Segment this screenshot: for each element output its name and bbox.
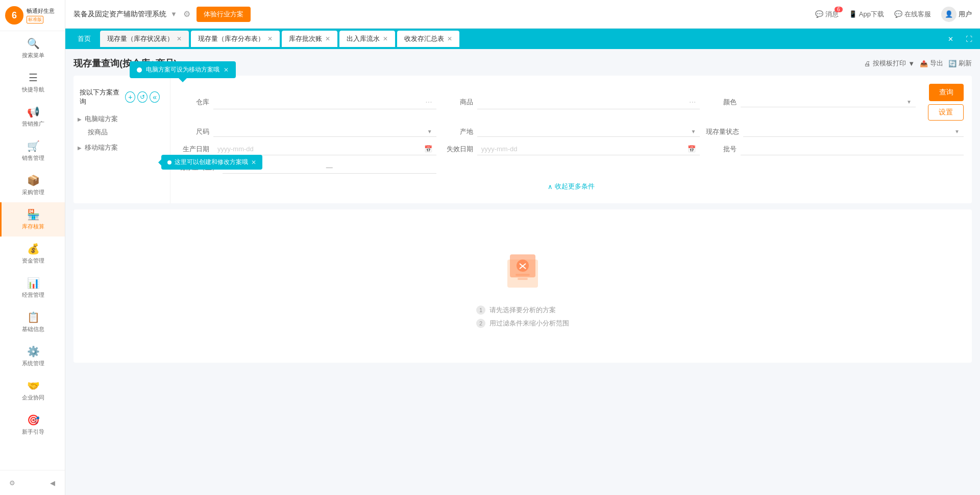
product-label: 商品 [443, 98, 473, 107]
filter-row4-col2 [443, 161, 700, 174]
filter-back-btn[interactable]: « [150, 91, 160, 103]
tab-batch-label: 库存批次账 [289, 34, 322, 43]
origin-select[interactable]: ▼ [477, 127, 700, 137]
filter-field-color: 颜色 ▼ 查询 设置 [706, 84, 964, 121]
product-select[interactable]: ··· [477, 96, 700, 109]
refresh-icon: 🔄 [948, 60, 957, 67]
scheme-group-desktop: ▶ 电脑端方案 按商品 [74, 112, 170, 139]
tab-close-summary[interactable]: ✕ [447, 35, 452, 42]
app-label: App下载 [859, 10, 884, 19]
logo-title: 畅通好生意 [27, 7, 55, 15]
tab-inventory-status[interactable]: 现存量（库存状况表） ✕ [100, 31, 189, 47]
stock-qty-to[interactable] [337, 163, 432, 171]
produce-calendar-icon[interactable]: 📅 [424, 145, 432, 153]
logo-text: 畅通好生意 标准版 [27, 7, 55, 23]
search-btn[interactable]: 查询 [929, 84, 964, 101]
tab-batch-account[interactable]: 库存批次账 ✕ [282, 31, 337, 47]
tab-bar-actions: ✕ ⛶ [943, 32, 976, 46]
support-btn[interactable]: 💬 在线客服 [894, 10, 931, 19]
step-num-1: 1 [476, 305, 485, 315]
sidebar-item-basic[interactable]: 📋 基础信息 [0, 305, 65, 339]
sidebar-item-newbie[interactable]: 🎯 新手引导 [0, 408, 65, 442]
tab-close-all-btn[interactable]: ✕ [943, 32, 958, 46]
sidebar-item-finance[interactable]: 💰 资金管理 [0, 237, 65, 271]
size-select[interactable]: ▼ [213, 127, 436, 137]
sidebar-item-search[interactable]: 🔍 搜索菜单 [0, 31, 65, 65]
sidebar-item-sales[interactable]: 🛒 销售管理 [0, 134, 65, 168]
warehouse-select[interactable]: ··· [213, 96, 436, 109]
scheme-group-mobile-label: 移动端方案 [85, 143, 118, 152]
sidebar-item-system[interactable]: ⚙️ 系统管理 [0, 339, 65, 373]
tab-home[interactable]: 首页 [69, 29, 99, 49]
sidebar-item-operations[interactable]: 📊 经营管理 [0, 271, 65, 305]
export-btn[interactable]: 📤 导出 [920, 59, 943, 68]
printer-icon: 🖨 [864, 60, 871, 67]
sidebar-item-enterprise[interactable]: 🤝 企业协同 [0, 373, 65, 408]
filter-field-batch: 批号 [706, 143, 964, 155]
sidebar-item-purchase[interactable]: 📦 采购管理 [0, 168, 65, 202]
sidebar: 6 畅通好生意 标准版 🔍 搜索菜单 ☰ 快捷导航 📢 营销推广 🛒 销售管理 … [0, 0, 65, 495]
produce-date-from[interactable] [217, 145, 422, 153]
scheme-group-desktop-header[interactable]: ▶ 电脑端方案 [74, 112, 170, 126]
empty-step2-label: 用过滤条件来缩小分析范围 [489, 319, 569, 328]
filter-wrapper: 按以下方案查询 + ↺ « 电脑方案可设为移动方案哦 ✕ [74, 76, 972, 203]
tab-flow-label: 出入库流水 [347, 34, 380, 43]
expire-calendar-icon[interactable]: 📅 [688, 145, 696, 153]
refresh-btn[interactable]: 🔄 刷新 [948, 59, 972, 68]
content-area: 现存量查询(按仓库+商品) 🖨 按模板打印 ▼ 📤 导出 🔄 刷新 [65, 49, 980, 495]
sidebar-item-inventory[interactable]: 🏪 库存核算 [0, 202, 65, 237]
user-btn[interactable]: 👤 用户 [941, 7, 972, 22]
filter-refresh-btn[interactable]: ↺ [137, 91, 148, 103]
batch-input[interactable] [741, 143, 964, 155]
scheme-group-mobile-header[interactable]: ▶ 移动端方案 [74, 141, 170, 154]
operations-icon: 📊 [27, 277, 40, 289]
app-download-btn[interactable]: 📱 App下载 [849, 10, 884, 19]
tab-close-flow[interactable]: ✕ [383, 35, 388, 42]
warehouse-dots[interactable]: ··· [425, 98, 432, 107]
scheme-item-by-product[interactable]: 按商品 [74, 126, 170, 139]
tooltip1-close[interactable]: ✕ [224, 66, 229, 74]
avatar: 👤 [941, 7, 957, 22]
sidebar-bottom: ⚙ ◀ [0, 470, 65, 495]
settings-bottom-btn[interactable]: ⚙ [5, 476, 19, 490]
tooltip2-text: 这里可以创建和修改方案哦 [175, 158, 248, 167]
size-chevron-icon: ▼ [427, 129, 432, 134]
tooltip1-arrow [130, 78, 236, 86]
empty-step-1: 1 请先选择要分析的方案 [476, 305, 569, 315]
color-select[interactable]: ▼ [741, 97, 916, 107]
tab-flow[interactable]: 出入库流水 ✕ [339, 31, 395, 47]
collapse-filter-btn[interactable]: ∧ 收起更多条件 [179, 178, 964, 195]
system-dropdown-btn[interactable]: ▼ [170, 10, 177, 18]
empty-step1-label: 请先选择要分析的方案 [489, 305, 556, 315]
product-dots[interactable]: ··· [689, 98, 696, 107]
tab-close-inventory-dist[interactable]: ✕ [267, 35, 273, 42]
filter-main: 仓库 ··· 商品 ··· [170, 76, 972, 203]
industry-btn[interactable]: 体验行业方案 [197, 7, 251, 22]
sidebar-item-marketing[interactable]: 📢 营销推广 [0, 100, 65, 134]
stock-status-select[interactable]: ▼ [743, 127, 964, 137]
produce-date-input[interactable]: 📅 [213, 143, 436, 155]
tab-close-inventory-status[interactable]: ✕ [177, 35, 182, 42]
reset-btn[interactable]: 设置 [928, 104, 964, 121]
message-btn[interactable]: 💬 消息 6 [815, 10, 839, 19]
header-gear-icon[interactable]: ⚙ [183, 9, 190, 19]
produce-date-label: 生产日期 [179, 145, 209, 154]
support-icon: 💬 [894, 10, 902, 18]
top-header: 装备及固定资产辅助管理系统 ▼ ⚙ 体验行业方案 💬 消息 6 📱 App下载 … [65, 0, 980, 29]
print-btn[interactable]: 🖨 按模板打印 ▼ [864, 59, 915, 68]
empty-state: 1 请先选择要分析的方案 2 用过滤条件来缩小分析范围 [74, 209, 972, 363]
expire-date-label: 失效日期 [443, 145, 473, 154]
filter-add-btn[interactable]: + [125, 91, 135, 103]
empty-steps: 1 请先选择要分析的方案 2 用过滤条件来缩小分析范围 [476, 305, 569, 328]
collapse-sidebar-btn[interactable]: ◀ [45, 476, 60, 490]
tab-inventory-dist[interactable]: 现存量（库存分布表） ✕ [191, 31, 280, 47]
scheme-group-mobile: ▶ 移动端方案 [74, 141, 170, 154]
tab-summary[interactable]: 收发存汇总表 ✕ [397, 31, 459, 47]
guide-icon: ☰ [29, 72, 38, 84]
tab-expand-btn[interactable]: ⛶ [962, 32, 976, 46]
expire-date-input[interactable]: 📅 [477, 143, 700, 155]
tooltip2-close[interactable]: ✕ [251, 159, 256, 166]
sidebar-item-guide[interactable]: ☰ 快捷导航 [0, 65, 65, 100]
expire-date-from[interactable] [481, 145, 686, 153]
tab-close-batch[interactable]: ✕ [325, 35, 330, 42]
